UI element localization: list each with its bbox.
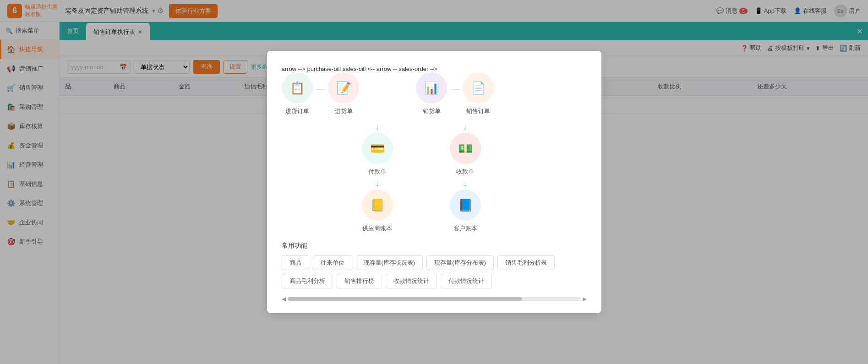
arrow-down-supplier: ↓ (375, 179, 379, 188)
flow-node-purchase-bill[interactable]: 📝 进货单 (328, 72, 359, 115)
payment-circle: 💳 (362, 133, 393, 164)
func-btn-receipt-stats[interactable]: 收款情况统计 (386, 274, 437, 288)
payment-label: 付款单 (368, 168, 386, 176)
modal-scrollbar: ◀ ▶ (282, 296, 587, 302)
supplier-account-label: 供应商账本 (362, 224, 392, 233)
scrollbar-thumb (288, 297, 522, 301)
purchase-order-circle: 📋 (282, 72, 313, 103)
arrow-down-payment: ↓ (375, 123, 379, 131)
purchase-bill-label: 进货单 (335, 107, 353, 115)
receipt-label: 收款单 (456, 168, 474, 176)
sales-bill-circle: 📊 (416, 72, 447, 103)
purchase-bill-circle: 📝 (328, 72, 359, 103)
supplier-account-circle: 📒 (362, 190, 393, 221)
func-btn-payment-stats[interactable]: 付款情况统计 (441, 274, 492, 288)
common-functions-title: 常用功能 (282, 242, 587, 250)
flow-node-customer-account[interactable]: 📘 客户账本 (450, 190, 481, 233)
sales-order-label: 销售订单 (466, 107, 490, 115)
modal-overlay[interactable]: arrow --> purchase-bill sales-bill <-- a… (0, 0, 868, 364)
arrow-down-customer: ↓ (463, 179, 467, 188)
arrow-down-receipt: ↓ (463, 123, 467, 131)
func-btn-stock-dist[interactable]: 现存量(库存分布表) (426, 255, 494, 270)
common-functions: 常用功能 商品 往来单位 现存量(库存状况表) 现存量(库存分布表) 销售毛利分… (282, 242, 587, 288)
func-btn-contacts[interactable]: 往来单位 (313, 255, 352, 270)
flow-node-supplier-account[interactable]: 📒 供应商账本 (362, 190, 393, 233)
func-btn-sales-rank[interactable]: 销售排行榜 (337, 274, 382, 288)
receipt-circle: 💵 (450, 133, 481, 164)
customer-account-circle: 📘 (450, 190, 481, 221)
scrollbar-track[interactable] (288, 297, 581, 301)
flow-node-sales-order[interactable]: 📄 销售订单 (463, 72, 494, 115)
modal-box: arrow --> purchase-bill sales-bill <-- a… (267, 51, 601, 313)
sales-order-circle: 📄 (463, 72, 494, 103)
func-buttons: 商品 往来单位 现存量(库存状况表) 现存量(库存分布表) 销售毛利分析表 商品… (282, 255, 587, 288)
flow-diagram-area: arrow --> purchase-bill sales-bill <-- a… (282, 62, 587, 240)
flow-node-sales-bill[interactable]: 📊 销货单 (416, 72, 447, 115)
flow-node-purchase-order[interactable]: 📋 进货订单 (282, 72, 313, 115)
func-btn-stock-status[interactable]: 现存量(库存状况表) (356, 255, 423, 270)
sales-bill-label: 销货单 (423, 107, 441, 115)
customer-account-label: 客户账本 (453, 224, 477, 233)
purchase-order-label: 进货订单 (285, 107, 309, 115)
scroll-right-icon[interactable]: ▶ (583, 296, 587, 302)
func-btn-profit-analysis[interactable]: 销售毛利分析表 (497, 255, 555, 270)
func-btn-product-margin[interactable]: 商品毛利分析 (282, 274, 333, 288)
flow-node-payment[interactable]: 💳 付款单 (362, 133, 393, 176)
func-btn-product[interactable]: 商品 (282, 255, 309, 270)
flow-node-receipt[interactable]: 💵 收款单 (450, 133, 481, 176)
scroll-left-icon[interactable]: ◀ (282, 296, 286, 302)
